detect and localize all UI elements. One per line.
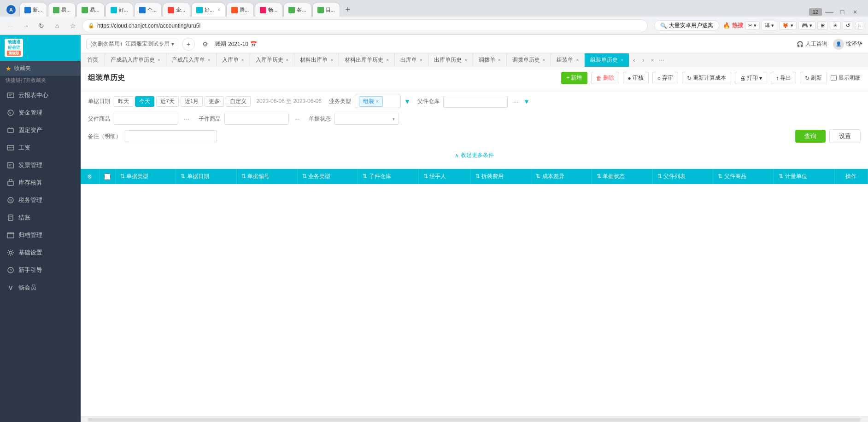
tab-close-icon[interactable]: × (208, 58, 211, 63)
tab-warehouse-in[interactable]: 入库单 × (217, 53, 250, 67)
translate-button[interactable]: 译 ▾ (762, 21, 777, 30)
th-order-type[interactable]: ⇅ 单据类型 (115, 169, 176, 184)
child-goods-more-button[interactable]: ··· (293, 115, 302, 122)
th-business-type[interactable]: ⇅ 业务类型 (297, 169, 358, 184)
recalculate-button[interactable]: ↻ 重新计算成本 (682, 72, 731, 84)
add-company-button[interactable]: + (182, 38, 195, 51)
th-parent-goods[interactable]: ⇅ 父件商品 (713, 169, 774, 184)
audit-button[interactable]: ● 审核 (623, 72, 649, 84)
scissors-button[interactable]: ✂ ▾ (745, 21, 760, 30)
tab-close-icon[interactable]: × (576, 58, 579, 63)
query-button[interactable]: 查询 (795, 130, 826, 143)
tab-close-icon[interactable]: × (498, 58, 501, 63)
sidebar-item-guide[interactable]: ? 新手引导 (0, 261, 81, 279)
custom-date-button[interactable]: 自定义 (226, 96, 251, 107)
sidebar-item-reports[interactable]: 云报表中心 (0, 87, 81, 104)
tab-close-icon[interactable]: × (158, 58, 160, 63)
tab-assembly-in[interactable]: 产成品入库单 × (166, 53, 217, 67)
settings-button[interactable]: ⚙ (199, 38, 211, 51)
sidebar-item-inventory[interactable]: 库存核算 (0, 174, 81, 191)
sidebar-item-finance[interactable]: ¥ 资金管理 (0, 104, 81, 121)
parent-warehouse-input[interactable] (443, 96, 508, 108)
sidebar-item-tax[interactable]: 税 税务管理 (0, 191, 81, 209)
tab-scroll-left-button[interactable]: ‹ (629, 53, 639, 67)
delete-button[interactable]: 🗑 删除 (591, 72, 619, 84)
th-checkbox[interactable] (99, 169, 115, 184)
reload-button[interactable]: ↻ (35, 19, 48, 32)
sidebar-item-membership[interactable]: V 畅会员 (0, 279, 81, 296)
order-status-select[interactable]: ▾ (334, 113, 399, 125)
undo-button[interactable]: ↺ (843, 21, 853, 30)
user-info[interactable]: 👤 徐泽华 (833, 39, 862, 50)
scroll-track[interactable] (88, 418, 861, 422)
tab-home[interactable]: 首页 (81, 53, 105, 67)
browser-tab-1[interactable]: 新... (19, 3, 47, 17)
tag-close-icon[interactable]: × (376, 99, 379, 104)
sidebar-item-assets[interactable]: 固定资产 (0, 121, 81, 139)
bookmark-button[interactable]: ☆ (66, 19, 79, 32)
parent-goods-more-button[interactable]: ··· (182, 115, 191, 122)
filter-settings-button[interactable]: 设置 (829, 129, 861, 143)
bottom-scrollbar[interactable] (81, 416, 868, 422)
sidebar-item-invoice[interactable]: 发票管理 (0, 156, 81, 174)
tab-menu-button[interactable]: ⋯ (657, 53, 666, 67)
emoji-button[interactable]: 🦊 ▾ (779, 21, 796, 30)
company-selector[interactable]: (勿删勿禁用）江西服宝测试专用 ▾ (86, 39, 178, 49)
sidebar-item-settings[interactable]: 基础设置 (0, 244, 81, 261)
business-type-chevron[interactable]: ▾ (405, 97, 410, 106)
browser-tab-9[interactable]: 畅... (255, 3, 282, 17)
tab-close-icon[interactable]: × (420, 58, 422, 63)
th-parent-list[interactable]: ⇅ 父件列表 (652, 169, 713, 184)
sidebar-header[interactable]: 畅捷通好会计旗舰版 (0, 35, 81, 61)
tab-close-icon[interactable]: × (621, 58, 623, 63)
th-settings[interactable]: ⚙ (81, 169, 99, 184)
last7days-button[interactable]: 近7天 (156, 96, 179, 107)
search-bar[interactable]: 🔍 大量安卓用户逃离 (654, 20, 719, 31)
th-disassemble-fee[interactable]: ⇅ 拆装费用 (470, 169, 531, 184)
browser-tab-2[interactable]: 易... (48, 3, 76, 17)
child-goods-input[interactable] (224, 113, 289, 125)
tab-out[interactable]: 出库单 × (395, 53, 428, 67)
tab-out-history[interactable]: 出库单历史 × (428, 53, 473, 67)
service-button[interactable]: 🎧 人工咨询 (797, 40, 827, 48)
notes-input[interactable] (125, 130, 217, 142)
browser-tab-3[interactable]: 易... (76, 3, 104, 17)
th-cost-diff[interactable]: ⇅ 成本差异 (531, 169, 592, 184)
tab-count-badge[interactable]: 12 (809, 8, 822, 16)
tab-warehouse-in-history[interactable]: 入库单历史 × (250, 53, 295, 67)
game-button[interactable]: 🎮 ▾ (798, 21, 815, 30)
browser-tab-10[interactable]: 各... (283, 3, 311, 17)
browser-tab-6[interactable]: 企... (163, 3, 190, 17)
tab-assembly-history[interactable]: 组装单历史 × (585, 53, 629, 67)
today-button[interactable]: 今天 (135, 96, 154, 107)
grid-button[interactable]: ⊞ (817, 21, 828, 30)
refresh-button[interactable]: ↻ 刷新 (800, 72, 827, 84)
maximize-button[interactable]: □ (837, 8, 848, 16)
sidebar-item-archive[interactable]: 归档管理 (0, 226, 81, 244)
new-button[interactable]: + 新增 (561, 72, 587, 84)
back-button[interactable]: ← (4, 19, 17, 32)
tab-scroll-right-button[interactable]: › (639, 53, 648, 67)
browser-tab-8[interactable]: 腾... (226, 3, 254, 17)
sidebar-favorites[interactable]: ★ 收藏夹 (0, 61, 81, 76)
browser-tab-4[interactable]: 好... (106, 3, 133, 17)
minimize-button[interactable]: — (824, 7, 835, 17)
show-detail-label[interactable]: 显示明细 (831, 74, 861, 82)
address-bar[interactable]: 🔒 https://cloud.chanjet.com/accounting/u… (82, 19, 648, 32)
tab-close-icon[interactable]: × (217, 7, 220, 12)
tab-close-icon[interactable]: × (464, 58, 467, 63)
business-type-input[interactable]: 组装 × (355, 95, 401, 108)
close-button[interactable]: × (850, 8, 861, 16)
home-button[interactable]: ⌂ (51, 19, 64, 32)
tab-close-icon[interactable]: × (386, 58, 389, 63)
last1month-button[interactable]: 近1月 (181, 96, 203, 107)
browser-tab-7[interactable]: 好... × (191, 3, 225, 17)
parent-warehouse-chevron[interactable]: ▾ (524, 97, 529, 106)
sun-button[interactable]: ☀ (830, 21, 841, 30)
th-handler[interactable]: ⇅ 经手人 (419, 169, 471, 184)
th-order-no[interactable]: ⇅ 单据编号 (236, 169, 297, 184)
menu-button[interactable]: ≡ (855, 22, 864, 30)
th-child-warehouse[interactable]: ⇅ 子件仓库 (358, 169, 419, 184)
forward-button[interactable]: → (19, 19, 32, 32)
tab-assembly[interactable]: 组装单 × (551, 53, 585, 67)
